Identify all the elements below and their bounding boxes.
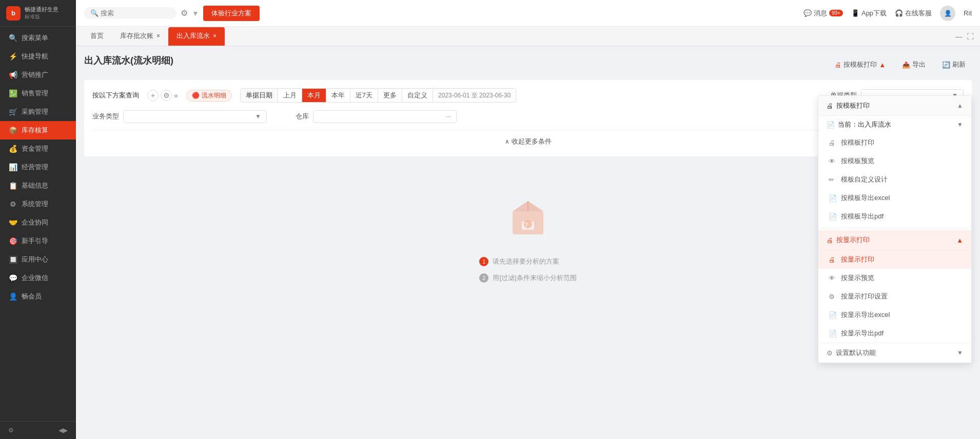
printer-icon: 🖨: [835, 61, 841, 69]
display-section-arrow-icon[interactable]: ▲: [956, 236, 963, 244]
app-download-button[interactable]: 📱 App下载: [851, 9, 887, 18]
sidebar-item-member[interactable]: 👤 畅会员: [0, 287, 76, 306]
date-btn-last7[interactable]: 近7天: [350, 89, 378, 102]
phone-icon: 📱: [851, 9, 859, 17]
warehouse-dropdown[interactable]: ···: [313, 110, 457, 123]
sidebar-item-marketing[interactable]: 📢 营销推广: [0, 66, 76, 84]
sidebar-item-label: 搜索菜单: [22, 33, 48, 43]
tab-batch[interactable]: 库存批次账 ×: [112, 27, 168, 46]
tag-icon: 🔴: [192, 92, 200, 99]
sidebar-item-operation[interactable]: 📊 经营管理: [0, 158, 76, 176]
panel-header-arrow-icon[interactable]: ▲: [957, 102, 963, 109]
template-preview-item[interactable]: 👁 按模板预览: [818, 152, 971, 170]
sidebar-nav: 🔍 搜索菜单 ⚡ 快捷导航 📢 营销推广 💹 销售管理 🛒 采购管理 📦 库存核…: [0, 27, 76, 421]
sidebar-item-inventory[interactable]: 📦 库存核算: [0, 121, 76, 139]
topbar-search-box[interactable]: 🔍: [84, 7, 177, 19]
sidebar: b 畅捷通好生意 标准版 🔍 搜索菜单 ⚡ 快捷导航 📢 营销推广 💹 销售管理…: [0, 0, 76, 439]
panel-footer-arrow-icon[interactable]: ▼: [957, 349, 963, 356]
search-input[interactable]: [101, 9, 162, 17]
sidebar-item-label: 企业协同: [22, 218, 48, 227]
sales-icon: 💹: [8, 89, 17, 97]
online-service-button[interactable]: 🎧 在线客服: [895, 9, 932, 18]
display-settings-icon: ⚙: [829, 293, 837, 301]
inventory-icon: 📦: [8, 126, 17, 134]
display-pdf-item[interactable]: 📄 按显示导出pdf: [818, 324, 971, 343]
display-excel-item[interactable]: 📄 按显示导出excel: [818, 306, 971, 324]
tab-inout-close[interactable]: ×: [213, 32, 217, 39]
date-btn-custom[interactable]: 自定义: [402, 89, 433, 102]
date-btn-more[interactable]: 更多: [378, 89, 402, 102]
sidebar-item-finance[interactable]: 💰 资金管理: [0, 139, 76, 158]
sidebar-item-label: 营销推广: [22, 70, 48, 79]
sidebar-item-wechat[interactable]: 💬 企业微信: [0, 269, 76, 287]
template-excel-icon: 📄: [829, 194, 837, 202]
guide-icon: 🎯: [8, 237, 17, 245]
current-template-arrow-icon[interactable]: ▼: [957, 121, 963, 128]
message-badge: 99+: [829, 10, 843, 16]
template-print-icon: 🖨: [829, 139, 837, 147]
template-pdf-item[interactable]: 📄 按模板导出pdf: [818, 207, 971, 226]
empty-tip-text-2: 用[过滤]条件来缩小分析范围: [493, 271, 576, 285]
sidebar-settings-btn[interactable]: ⚙: [8, 427, 14, 434]
tab-batch-close[interactable]: ×: [156, 32, 160, 39]
quicknav-icon: ⚡: [8, 52, 17, 61]
panel-printer-icon: 🖨: [827, 102, 833, 110]
sidebar-item-quicknav[interactable]: ⚡ 快捷导航: [0, 47, 76, 66]
tab-minimize-icon[interactable]: —: [955, 32, 963, 41]
warehouse-value: [319, 113, 446, 121]
message-icon: 💬: [803, 9, 812, 17]
date-btn-this-month[interactable]: 本月: [302, 89, 326, 102]
sidebar-item-system[interactable]: ⚙ 系统管理: [0, 195, 76, 213]
template-excel-item[interactable]: 📄 按模板导出excel: [818, 189, 971, 207]
headset-icon: 🎧: [895, 9, 903, 17]
sidebar-item-basic[interactable]: 📋 基础信息: [0, 176, 76, 195]
biz-type-dropdown[interactable]: ▼: [123, 110, 267, 123]
topbar-gear-icon[interactable]: ⚙: [181, 8, 188, 18]
template-print-item[interactable]: 🖨 按模板打印: [818, 133, 971, 152]
avatar[interactable]: 👤: [940, 6, 955, 21]
display-print-item[interactable]: 🖨 按显示打印: [818, 250, 971, 269]
filter-add-button[interactable]: +: [147, 90, 159, 101]
collapse-arrow-icon: ∧: [505, 138, 509, 145]
filter-collapse-icon[interactable]: «: [174, 91, 178, 99]
print-template-button[interactable]: 🖨 按模板打印 ▲: [829, 57, 892, 72]
tab-inout[interactable]: 出入库流水 ×: [168, 27, 225, 46]
display-preview-item[interactable]: 👁 按显示预览: [818, 269, 971, 287]
filter-tag[interactable]: 🔴 流水明细: [186, 90, 232, 102]
filter-settings-button[interactable]: ⚙: [161, 90, 172, 101]
date-btn-last-month[interactable]: 上月: [278, 89, 302, 102]
message-button[interactable]: 💬 消息 99+: [803, 9, 843, 18]
tab-home[interactable]: 首页: [82, 27, 112, 46]
panel-divider: [818, 228, 971, 228]
tab-home-label: 首页: [90, 31, 104, 41]
sidebar-item-search[interactable]: 🔍 搜索菜单: [0, 29, 76, 47]
display-settings-item[interactable]: ⚙ 按显示打印设置: [818, 287, 971, 306]
app-logo-icon: b: [6, 6, 21, 21]
sidebar-item-apps[interactable]: 🔲 应用中心: [0, 250, 76, 269]
display-pdf-icon: 📄: [829, 330, 837, 337]
search-icon: 🔍: [90, 9, 99, 17]
template-design-item[interactable]: ✏ 模板自定义设计: [818, 170, 971, 189]
sidebar-toggle-btn[interactable]: ◀▶: [58, 427, 68, 434]
tab-maximize-icon[interactable]: ⛶: [967, 32, 974, 41]
sidebar-item-coop[interactable]: 🤝 企业协同: [0, 213, 76, 232]
sidebar-item-label: 新手引导: [22, 236, 48, 246]
sidebar-item-label: 采购管理: [22, 107, 48, 116]
export-icon: 📤: [902, 61, 910, 69]
username-label[interactable]: Rit: [964, 9, 972, 17]
industry-solution-button[interactable]: 体验行业方案: [203, 6, 260, 21]
topbar-actions: ⚙ ▼: [181, 8, 199, 18]
page-title: 出入库流水(流水明细): [84, 54, 173, 67]
topbar-dropdown-icon[interactable]: ▼: [192, 9, 199, 17]
refresh-button[interactable]: 🔄 刷新: [936, 57, 972, 72]
sidebar-item-guide[interactable]: 🎯 新手引导: [0, 232, 76, 250]
template-pdf-label: 按模板导出pdf: [841, 212, 884, 221]
basic-icon: 📋: [8, 182, 17, 190]
export-button[interactable]: 📤 导出: [896, 57, 932, 72]
sidebar-item-sales[interactable]: 💹 销售管理: [0, 84, 76, 103]
display-excel-icon: 📄: [829, 311, 837, 319]
sidebar-item-purchase[interactable]: 🛒 采购管理: [0, 103, 76, 121]
date-btn-this-year[interactable]: 本年: [326, 89, 350, 102]
sidebar-item-label: 销售管理: [22, 89, 48, 98]
empty-tip-text-1: 请先选择要分析的方案: [493, 255, 559, 268]
